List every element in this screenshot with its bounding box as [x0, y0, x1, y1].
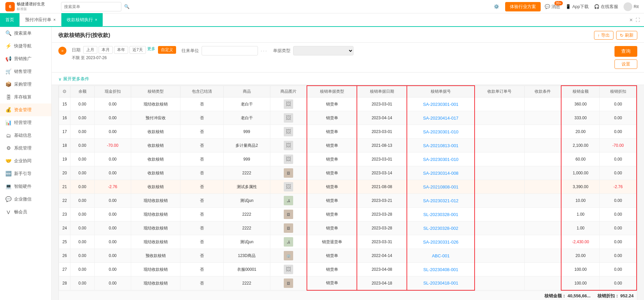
solution-button[interactable]: 体验行业方案: [505, 2, 541, 11]
doc-no-link[interactable]: SA-20230414-017: [423, 116, 459, 121]
row-doc-no[interactable]: SA-20230314-008: [407, 166, 475, 180]
row-receipt-no: [475, 166, 524, 180]
sidebar-item-system[interactable]: ⚙ 系统管理: [0, 142, 51, 155]
doc-no-link[interactable]: SA-20210808-001: [423, 184, 459, 189]
partner-input[interactable]: [202, 46, 258, 55]
tab-collect-label: 收款核销执行: [67, 17, 93, 23]
nav-icon: ⚡: [5, 43, 11, 49]
sidebar-item-collab[interactable]: 🤝 企业协同: [0, 155, 51, 167]
row-doc-type: 销货单: [307, 208, 357, 221]
tab-collect-close[interactable]: ×: [95, 17, 97, 22]
row-balance: 0.00: [70, 221, 94, 235]
doc-no-link[interactable]: SA-20230301-010: [423, 129, 459, 134]
tab-home[interactable]: 首页: [0, 13, 20, 27]
doc-no-link[interactable]: SA-20230301-001: [423, 102, 459, 107]
row-discount: 0.00: [600, 125, 637, 139]
window-close-icon[interactable]: ✕: [629, 17, 633, 23]
sidebar-item-wechat[interactable]: 💬 企业微信: [0, 193, 51, 206]
doctype-select[interactable]: [293, 46, 354, 55]
date-this-month[interactable]: 本月: [99, 46, 113, 54]
sidebar-item-finance[interactable]: 💰 资金管理: [0, 103, 51, 116]
row-doc-no[interactable]: ABC-001: [407, 249, 475, 263]
settings-icon[interactable]: ⚙️: [492, 2, 501, 11]
row-doc-no[interactable]: SA-20210808-001: [407, 180, 475, 194]
row-cash-discount: 0.00: [94, 97, 131, 111]
row-doc-no[interactable]: SA-20230301-001: [407, 97, 475, 111]
search-icon[interactable]: 🔍: [124, 4, 129, 9]
row-goods: 2222: [223, 208, 270, 221]
doc-no-link[interactable]: SL-20230418-001: [423, 281, 458, 286]
export-button[interactable]: ↑ 导出: [594, 31, 614, 40]
doc-no-link[interactable]: SA-20230301-010: [423, 157, 459, 162]
tab-collect[interactable]: 收款核销执行 ×: [61, 13, 103, 27]
sidebar-item-marketing[interactable]: 📢 营销推广: [0, 52, 51, 65]
doc-no-link[interactable]: SL-20230328-001: [423, 212, 458, 217]
doc-no-link[interactable]: SA-20210813-001: [423, 143, 459, 148]
sidebar-item-member[interactable]: V 畅会员: [0, 206, 51, 218]
row-type: 收款核销: [131, 166, 180, 180]
row-discount: 0.00: [600, 249, 637, 263]
doc-no-link[interactable]: SL-20230408-001: [423, 267, 458, 272]
filter-toggle-button[interactable]: »: [58, 47, 66, 55]
date-custom-btn[interactable]: 自定义: [158, 46, 176, 54]
table-row: 20 0.00 0.00 收款核销 否 2222 🖼 销货单 2023-03-1…: [59, 166, 637, 180]
top-bar: 6 畅捷通谱好生意 标准版 🔍 ⚙️ 体验行业方案 💬 消息 99+ 📱 App…: [0, 0, 644, 13]
logo-icon: 6: [5, 2, 15, 11]
row-amount: 1,000.00: [561, 166, 599, 180]
online-support-button[interactable]: 🎧 在线客服: [594, 4, 618, 10]
row-doc-no[interactable]: SA-20230414-017: [407, 111, 475, 125]
date-this-year[interactable]: 本年: [114, 46, 128, 54]
col-settings-header[interactable]: ⚙: [59, 86, 70, 97]
row-goods-img: 🖼: [270, 180, 307, 194]
gear-icon[interactable]: ⚙: [62, 89, 67, 94]
row-doc-date: 2022-04-14: [357, 249, 407, 263]
row-doc-type: 销货单: [307, 263, 357, 276]
message-button[interactable]: 💬 消息 99+: [545, 4, 560, 10]
row-doc-no[interactable]: SL-20230328-002: [407, 221, 475, 235]
doc-no-link[interactable]: SL-20230328-002: [423, 226, 458, 231]
doc-no-link[interactable]: SA-20230321-012: [423, 198, 459, 203]
sidebar-item-search[interactable]: 🔍 搜索菜单: [0, 27, 51, 40]
filter-settings-button[interactable]: 设置: [614, 59, 637, 69]
sidebar-item-purchase[interactable]: 📦 采购管理: [0, 78, 51, 91]
sidebar-item-inventory[interactable]: 🗄 库存核算: [0, 91, 51, 103]
sidebar-item-hardware[interactable]: 💻 智能硬件: [0, 180, 51, 193]
refresh-button[interactable]: ↻ 刷新: [616, 31, 637, 40]
app-download-button[interactable]: 📱 App下载: [566, 4, 589, 10]
doc-no-link[interactable]: SA-20230314-008: [423, 171, 459, 176]
query-button[interactable]: 查询: [614, 46, 637, 57]
row-doc-no[interactable]: SL-20230408-001: [407, 263, 475, 276]
user-area[interactable]: Rit: [624, 2, 639, 11]
date-more[interactable]: 更多: [147, 46, 155, 54]
tab-prepay[interactable]: 预付冲应付单 ×: [20, 13, 61, 27]
row-doc-no[interactable]: SA-20230321-012: [407, 194, 475, 208]
sidebar-item-basic[interactable]: 🗂 基础信息: [0, 129, 51, 142]
doc-no-link[interactable]: ABC-001: [432, 253, 450, 258]
product-image: 🏞: [284, 237, 293, 247]
tab-prepay-close[interactable]: ×: [53, 17, 56, 22]
row-doc-no[interactable]: SL-20230418-001: [407, 276, 475, 290]
row-goods: 999: [223, 125, 270, 139]
row-doc-no[interactable]: SA-20210813-001: [407, 139, 475, 153]
sidebar-item-guide[interactable]: 🆕 新手引导: [0, 167, 51, 180]
row-doc-date: 2023-04-14: [357, 111, 407, 125]
product-image: 🏢: [284, 251, 293, 260]
sidebar-label-hardware: 智能硬件: [14, 183, 32, 189]
row-doc-no[interactable]: SA-20230301-010: [407, 153, 475, 166]
doc-no-link[interactable]: SA-20230331-026: [423, 240, 459, 245]
row-doc-no[interactable]: SA-20230301-010: [407, 125, 475, 139]
top-search-input[interactable]: [61, 2, 121, 11]
expand-conditions-button[interactable]: ∨ 展开更多条件: [58, 76, 637, 82]
sidebar-item-nav[interactable]: ⚡ 快捷导航: [0, 40, 51, 52]
row-doc-no[interactable]: SL-20230328-001: [407, 208, 475, 221]
row-type: 现结收款核销: [131, 263, 180, 276]
window-expand-icon[interactable]: ⛶: [636, 17, 640, 23]
date-7days[interactable]: 近7天: [129, 46, 146, 54]
date-last-month[interactable]: 上月: [83, 46, 97, 54]
sidebar-item-sales[interactable]: 🛒 销售管理: [0, 65, 51, 78]
row-type: 预收款核销: [131, 249, 180, 263]
row-doc-no[interactable]: SA-20230331-026: [407, 235, 475, 249]
sidebar-item-operation[interactable]: 📊 经营管理: [0, 116, 51, 129]
row-settled: 否: [180, 208, 223, 221]
row-receipt-cond: [524, 97, 561, 111]
